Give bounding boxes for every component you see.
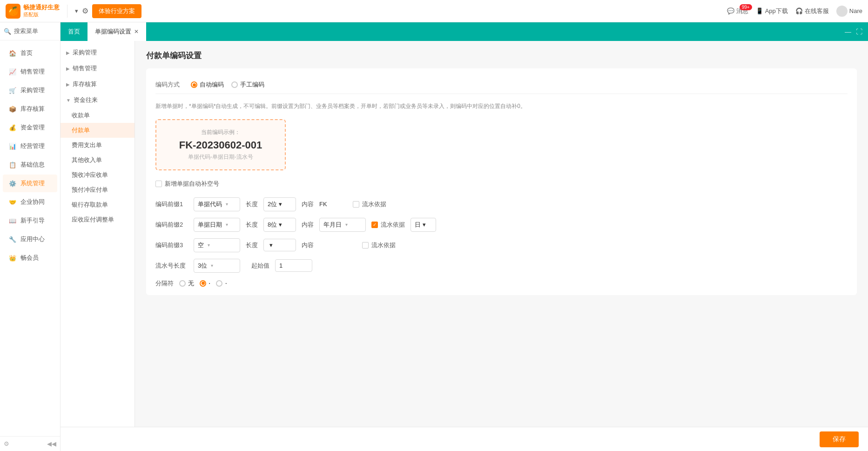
tab-maximize-icon[interactable]: ⛶	[856, 28, 862, 35]
menu-group-sales-label: 销售管理	[73, 64, 97, 73]
menu-group-inventory-label: 库存核算	[73, 80, 97, 88]
prefix3-waterfall-row: 流水依据	[362, 241, 396, 249]
tab-close-icon[interactable]: ✕	[134, 28, 139, 35]
menu-item-adjust[interactable]: 应收应付调整单	[61, 212, 135, 227]
msg-icon: 💬	[727, 7, 734, 14]
msg-item[interactable]: 💬 消息 99+	[727, 7, 748, 15]
menu-group-capital-header[interactable]: ▼ 资金往来	[61, 92, 135, 108]
info-text: 新增单据时，*单据编码*自动生成，不可编辑。前缀设置为部门、业务员等档案类，开单…	[155, 101, 848, 112]
inventory-icon: 📦	[8, 105, 17, 113]
left-menu: ▶ 采购管理 ▶ 销售管理 ▶ 库存核算	[61, 41, 135, 427]
purchase-icon: 🛒	[8, 86, 17, 94]
trial-button[interactable]: 体验行业方案	[92, 4, 141, 18]
sidebar-item-system[interactable]: ⚙️ 系统管理	[3, 175, 57, 192]
auto-fill-checkbox[interactable]	[155, 181, 162, 187]
sidebar-label-operation: 经营管理	[20, 142, 45, 150]
service-item[interactable]: 🎧 在线客服	[795, 7, 829, 15]
sep-dot2-radio	[216, 280, 222, 287]
prefix2-select-value: 单据日期	[198, 221, 222, 229]
gear-icon[interactable]: ⚙	[82, 7, 88, 15]
sidebar-label-system: 系统管理	[20, 179, 45, 188]
tab-right-actions: — ⛶	[839, 22, 868, 41]
sidebar-item-appstore[interactable]: 🔧 应用中心	[3, 230, 57, 248]
sidebar-item-basic[interactable]: 📋 基础信息	[3, 156, 57, 174]
footer-settings-icon[interactable]: ⚙	[4, 440, 9, 447]
prefix1-select[interactable]: 单据代码 ▾	[194, 197, 240, 211]
header-dropdown[interactable]: ▾	[75, 7, 78, 14]
menu-group-purchase-header[interactable]: ▶ 采购管理	[61, 45, 135, 61]
sep-none[interactable]: 无	[179, 279, 194, 288]
sidebar-search[interactable]: 🔍 搜索菜单	[0, 22, 60, 40]
prefix3-length-select[interactable]: ▾	[263, 239, 296, 251]
sidebar-item-guide[interactable]: 📖 新手引导	[3, 212, 57, 229]
prefix1-length-val: 2位	[268, 200, 277, 209]
app-dl-item[interactable]: 📱 App下载	[756, 7, 788, 15]
menu-item-other-income[interactable]: 其他收入单	[61, 153, 135, 168]
sidebar-item-finance[interactable]: 💰 资金管理	[3, 119, 57, 136]
menu-item-payment[interactable]: 付款单	[61, 123, 135, 138]
tab-encode-setting[interactable]: 单据编码设置 ✕	[87, 22, 146, 41]
serial-length-select[interactable]: 3位 ▾	[194, 259, 240, 273]
menu-item-receipt[interactable]: 收款单	[61, 108, 135, 123]
menu-group-inventory: ▶ 库存核算	[61, 76, 135, 92]
start-value-input[interactable]	[275, 259, 312, 272]
prefix1-waterfall-checkbox[interactable]	[353, 201, 359, 208]
sidebar-item-enterprise[interactable]: 🤝 企业协同	[3, 193, 57, 211]
app-dl-label: App下载	[765, 7, 788, 15]
save-button[interactable]: 保存	[820, 431, 859, 447]
tab-minimize-icon[interactable]: —	[845, 28, 851, 35]
dropdown-text: ▾	[75, 7, 78, 14]
prefix2-length-select[interactable]: 8位 ▾	[263, 218, 296, 232]
tab-home[interactable]: 首页	[61, 22, 87, 41]
settings-card: 编码方式 自动编码 手工编码	[146, 68, 857, 295]
prefix2-content-value: 年月日	[323, 221, 342, 229]
encode-method-label: 编码方式	[155, 81, 180, 89]
search-icon: 🔍	[4, 28, 11, 35]
tab-bar: 首页 单据编码设置 ✕ — ⛶	[61, 22, 868, 41]
prefix3-select[interactable]: 空 ▾	[194, 238, 240, 252]
sep-dot2[interactable]: ·	[216, 279, 227, 288]
user-item[interactable]: Nare	[836, 6, 862, 17]
prefix3-length-arrow: ▾	[269, 242, 273, 249]
service-label: 在线客服	[805, 7, 829, 15]
prefix2-waterfall-checkbox[interactable]: ✓	[371, 222, 378, 228]
prefix2-day-select[interactable]: 日 ▾	[410, 218, 436, 232]
sidebar-label-inventory: 库存核算	[20, 105, 45, 113]
sidebar-item-purchase[interactable]: 🛒 采购管理	[3, 81, 57, 99]
sep-dot1[interactable]: ·	[200, 279, 210, 288]
prefix3-waterfall-checkbox[interactable]	[362, 242, 369, 249]
operation-icon: 📊	[8, 142, 17, 150]
appstore-icon: 🔧	[8, 235, 17, 243]
footer-collapse-btn[interactable]: ◀◀	[47, 440, 56, 447]
auto-encode-label: 自动编码	[200, 81, 224, 89]
sidebar-item-inventory[interactable]: 📦 库存核算	[3, 100, 57, 118]
menu-group-inventory-header[interactable]: ▶ 库存核算	[61, 76, 135, 92]
sidebar-item-sales[interactable]: 📈 销售管理	[3, 63, 57, 81]
radio-manual-encode[interactable]: 手工编码	[231, 81, 264, 89]
sidebar-item-home[interactable]: 🏠 首页	[3, 44, 57, 62]
prefix2-content-select[interactable]: 年月日 ▾	[319, 218, 366, 232]
prefix1-length-select[interactable]: 2位 ▾	[263, 197, 296, 211]
radio-auto-encode[interactable]: 自动编码	[191, 81, 224, 89]
radio-group-encode: 自动编码 手工编码	[191, 81, 264, 89]
prefix2-select[interactable]: 单据日期 ▾	[194, 218, 240, 232]
menu-group-sales-header[interactable]: ▶ 销售管理	[61, 61, 135, 76]
menu-item-expense[interactable]: 费用支出单	[61, 138, 135, 153]
sidebar-item-operation[interactable]: 📊 经营管理	[3, 137, 57, 155]
sidebar-item-member[interactable]: 👑 畅会员	[3, 249, 57, 267]
tab-home-label: 首页	[68, 27, 80, 36]
menu-item-pre-payment[interactable]: 预付冲应付单	[61, 182, 135, 197]
prefix3-length-label: 长度	[246, 241, 258, 249]
main-content: 付款单编码设置 编码方式 自动编码 手工编码	[135, 41, 868, 427]
system-icon: ⚙️	[8, 179, 17, 188]
separator-options: 无 · ·	[179, 279, 227, 288]
prefix1-label: 编码前缀1	[155, 200, 188, 209]
menu-item-pre-receipt[interactable]: 预收冲应收单	[61, 168, 135, 182]
prefix1-select-value: 单据代码	[198, 200, 222, 209]
code-preview: 当前编码示例： FK-20230602-001 单据代码-单据日期-流水号	[155, 119, 286, 170]
chevron-right-icon: ▶	[66, 50, 70, 55]
logo-icon: 🍊	[6, 4, 20, 19]
menu-item-bank[interactable]: 银行存取款单	[61, 197, 135, 212]
prefix2-length-val: 8位	[268, 221, 277, 229]
serial-row: 流水号长度 3位 ▾ 起始值	[155, 259, 848, 273]
